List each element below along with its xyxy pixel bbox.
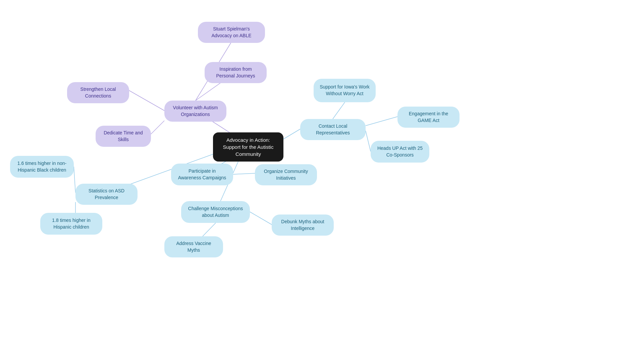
node-address-vaccine[interactable]: Address Vaccine Myths [164, 236, 223, 257]
svg-line-11 [366, 131, 371, 152]
node-statistics[interactable]: Statistics on ASD Prevalence [75, 184, 138, 205]
mind-map: Advocacy in Action: Support for the Auti… [0, 0, 644, 363]
node-stuart[interactable]: Stuart Spielman's Advocacy on ABLE [198, 22, 265, 43]
node-inspiration[interactable]: Inspiration from Personal Journeys [205, 62, 267, 83]
svg-line-10 [366, 117, 397, 126]
node-support-iowa[interactable]: Support for Iowa's Work Without Worry Ac… [314, 79, 376, 102]
node-dedicate[interactable]: Dedicate Time and Skills [96, 126, 151, 147]
node-organize[interactable]: Organize Community Initiatives [255, 164, 317, 185]
connections-svg [0, 0, 644, 363]
node-strengthen[interactable]: Strengthen Local Connections [67, 82, 129, 103]
center-node[interactable]: Advocacy in Action: Support for the Auti… [213, 132, 283, 162]
svg-line-12 [233, 173, 255, 174]
svg-line-8 [151, 121, 164, 134]
node-volunteer[interactable]: Volunteer with Autism Organizations [164, 101, 226, 122]
svg-line-1 [283, 129, 300, 139]
node-participate[interactable]: Participate in Awareness Campaigns [171, 164, 233, 185]
node-hispanic-children[interactable]: 1.8 times higher in Hispanic children [40, 213, 102, 235]
node-game-act[interactable]: Engagement in the GAME Act [397, 107, 460, 128]
svg-line-15 [74, 167, 75, 193]
svg-line-7 [129, 90, 164, 111]
node-heads-up[interactable]: Heads UP Act with 25 Co-Sponsors [371, 141, 429, 163]
node-challenge[interactable]: Challenge Misconceptions about Autism [181, 201, 250, 223]
node-contact[interactable]: Contact Local Representatives [300, 119, 366, 140]
node-black-children[interactable]: 1.6 times higher in non-Hispanic Black c… [10, 156, 74, 178]
svg-line-13 [250, 212, 272, 225]
svg-line-9 [333, 102, 345, 119]
node-debunk[interactable]: Debunk Myths about Intelligence [272, 215, 334, 236]
